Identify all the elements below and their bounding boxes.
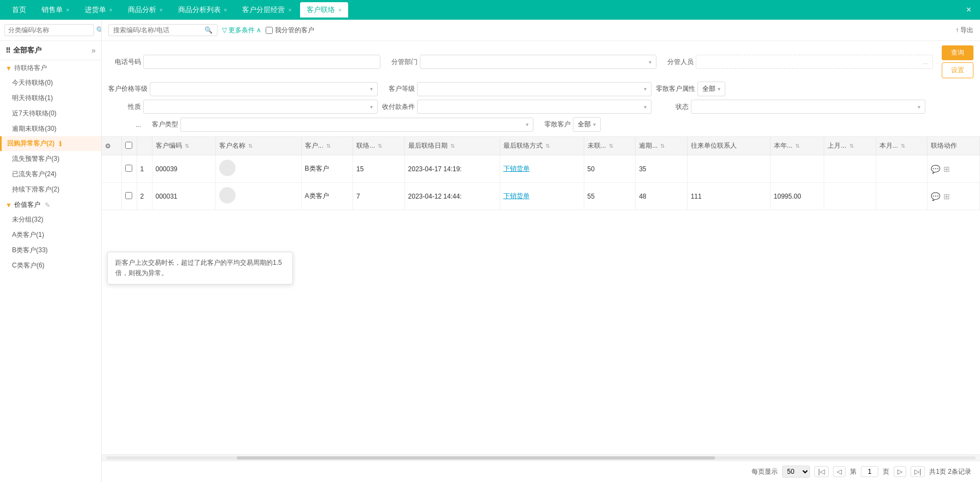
retail-attr-label: 零散客户属性 <box>656 84 695 94</box>
query-btn[interactable]: 查询 <box>942 45 973 60</box>
all-customers-header[interactable]: ⠿ 全部客户 » <box>0 41 101 60</box>
sidebar-item-repurchase-abnormal[interactable]: 回购异常客户(2) ℹ <box>0 136 101 151</box>
tab-purchase[interactable]: 进货单 × <box>78 2 119 18</box>
col-last-month[interactable]: 上月... ⇅ <box>824 137 876 155</box>
row2-message-icon[interactable]: 💬 <box>931 192 940 201</box>
col-cust-level[interactable]: 客户... ⇅ <box>301 137 353 155</box>
first-page-btn[interactable]: |◁ <box>814 466 829 477</box>
gender-label: 性质 <box>108 102 141 112</box>
last-page-btn[interactable]: ▷| <box>911 466 925 477</box>
status-select[interactable]: ▾ <box>691 100 925 114</box>
cust-level-select[interactable]: ▾ <box>417 82 652 96</box>
tab-sales-close[interactable]: × <box>66 7 69 13</box>
tab-purchase-close[interactable]: × <box>109 7 113 13</box>
sidebar-item-overdue[interactable]: 逾期未联络(30) <box>0 121 101 136</box>
col-no-contact[interactable]: 未联... ⇅ <box>584 137 636 155</box>
col-this-year-label: 本年... <box>774 142 793 149</box>
main-search-icon[interactable]: 🔍 <box>204 26 213 34</box>
col-actions: 联络动作 <box>928 137 980 155</box>
sidebar-item-tomorrow[interactable]: 明天待联络(1) <box>0 90 101 106</box>
next-page-btn[interactable]: ▷ <box>894 466 906 477</box>
row1-no-contact: 50 <box>588 165 595 173</box>
tab-goods-analysis-close[interactable]: × <box>160 7 163 13</box>
per-page-label: 每页显示 <box>752 467 778 477</box>
col-last-contact-method[interactable]: 最后联络方式 ⇅ <box>500 137 584 155</box>
filter-cust-type: 客户类型 ▾ <box>145 118 533 132</box>
price-level-select[interactable]: ▾ <box>150 82 378 96</box>
page-number-input[interactable] <box>861 466 878 477</box>
export-btn[interactable]: ↑ 导出 <box>955 26 973 35</box>
value-customer-group[interactable]: ▼ 价值客户 ✎ <box>0 197 101 212</box>
tab-home[interactable]: 首页 <box>5 2 33 18</box>
sidebar-item-c-class[interactable]: C类客户(6) <box>0 258 101 273</box>
filter-retail-attr: 零散客户属性 全部 ▾ <box>656 82 925 96</box>
per-page-select[interactable]: 50 20 100 <box>782 466 810 478</box>
tab-customer-contact[interactable]: 客户联络 × <box>300 2 348 18</box>
my-customers-checkbox[interactable] <box>266 27 273 34</box>
tab-goods-analysis[interactable]: 商品分析 × <box>121 2 169 18</box>
col-this-month-sort-icon: ⇅ <box>901 143 905 149</box>
sidebar-collapse-btn[interactable]: » <box>91 46 96 55</box>
col-checkbox <box>121 137 137 155</box>
tab-goods-list-close[interactable]: × <box>224 7 227 13</box>
phone-input[interactable] <box>143 55 380 69</box>
filter-retail-cust: 零散客户 全部 ▾ <box>538 117 926 132</box>
row1-last-method[interactable]: 下销货单 <box>503 165 530 172</box>
col-last-contact-date[interactable]: 最后联络日期 ⇅ <box>404 137 500 155</box>
cell-unit-contacts-1 <box>687 155 770 183</box>
row1-more-icon[interactable]: ⊞ <box>943 165 950 173</box>
row2-more-icon[interactable]: ⊞ <box>943 192 950 201</box>
sidebar-item-today[interactable]: 今天待联络(0) <box>0 75 101 90</box>
col-this-month[interactable]: 本月... ⇅ <box>876 137 928 155</box>
gender-select[interactable]: ▾ <box>143 100 378 114</box>
person-select[interactable]: … <box>696 55 933 69</box>
horizontal-scrollbar[interactable] <box>102 454 980 461</box>
prev-page-btn[interactable]: ◁ <box>833 466 846 477</box>
filter-payment: 收付款条件 ▾ <box>382 100 652 114</box>
sidebar-item-ungrouped[interactable]: 未分组(32) <box>0 212 101 227</box>
payment-arrow-icon: ▾ <box>644 104 647 110</box>
main-search-input[interactable] <box>113 26 202 34</box>
tab-sales[interactable]: 销售单 × <box>35 2 76 18</box>
customers-table: ⚙ 客户编码 ⇅ 客户名称 ⇅ <box>102 137 980 210</box>
sidebar-item-lost[interactable]: 已流失客户(24) <box>0 166 101 182</box>
row2-checkbox[interactable] <box>125 192 132 199</box>
retail-cust-select[interactable]: 全部 ▾ <box>573 117 601 132</box>
select-all-checkbox[interactable] <box>125 142 132 149</box>
dept-select[interactable]: ▾ <box>420 55 657 69</box>
scroll-thumb[interactable] <box>237 456 715 460</box>
sidebar-item-loss-warning[interactable]: 流失预警客户(3) <box>0 151 101 166</box>
tab-customer-contact-close[interactable]: × <box>338 7 342 13</box>
cust-type-select[interactable]: ▾ <box>180 118 533 132</box>
row2-last-method[interactable]: 下销货单 <box>503 192 530 200</box>
col-this-year[interactable]: 本年... ⇅ <box>770 137 824 155</box>
sidebar-item-declining[interactable]: 持续下滑客户(2) <box>0 182 101 197</box>
col-contact[interactable]: 联络... ⇅ <box>353 137 405 155</box>
sidebar-search-icon[interactable]: 🔍 <box>96 26 102 34</box>
sidebar-item-a-class[interactable]: A类客户(1) <box>0 227 101 242</box>
row1-checkbox[interactable] <box>125 165 132 172</box>
row2-contact: 7 <box>356 193 360 200</box>
sidebar-item-7days[interactable]: 近7天待联络(0) <box>0 106 101 121</box>
more-conditions-btn[interactable]: ▽ 更多条件 ∧ <box>222 26 261 35</box>
col-name[interactable]: 客户名称 ⇅ <box>215 137 301 155</box>
page-label: 第 <box>850 467 856 477</box>
retail-attr-select[interactable]: 全部 ▾ <box>697 82 725 96</box>
value-customer-edit-icon[interactable]: ✎ <box>45 201 50 209</box>
pending-contact-group[interactable]: ▼ 待联络客户 <box>0 60 101 75</box>
row1-message-icon[interactable]: 💬 <box>931 165 940 173</box>
col-settings[interactable]: ⚙ <box>102 137 121 155</box>
tab-goods-list[interactable]: 商品分析列表 × <box>172 2 234 18</box>
payment-select[interactable]: ▾ <box>417 100 652 114</box>
sidebar-item-b-class[interactable]: B类客户(33) <box>0 242 101 258</box>
row2-action-icons: 💬 ⊞ <box>931 192 976 201</box>
window-close-btn[interactable]: × <box>963 4 975 16</box>
col-overdue[interactable]: 逾期... ⇅ <box>636 137 688 155</box>
col-name-label: 客户名称 <box>219 142 245 149</box>
tab-customer-layers[interactable]: 客户分层经营 × <box>236 2 298 18</box>
tab-customer-layers-close[interactable]: × <box>288 7 291 13</box>
overdue-label: 逾期未联络(30) <box>12 125 56 132</box>
col-code[interactable]: 客户编码 ⇅ <box>152 137 215 155</box>
settings-btn[interactable]: 设置 <box>942 62 973 78</box>
sidebar-search-input[interactable] <box>4 24 94 36</box>
